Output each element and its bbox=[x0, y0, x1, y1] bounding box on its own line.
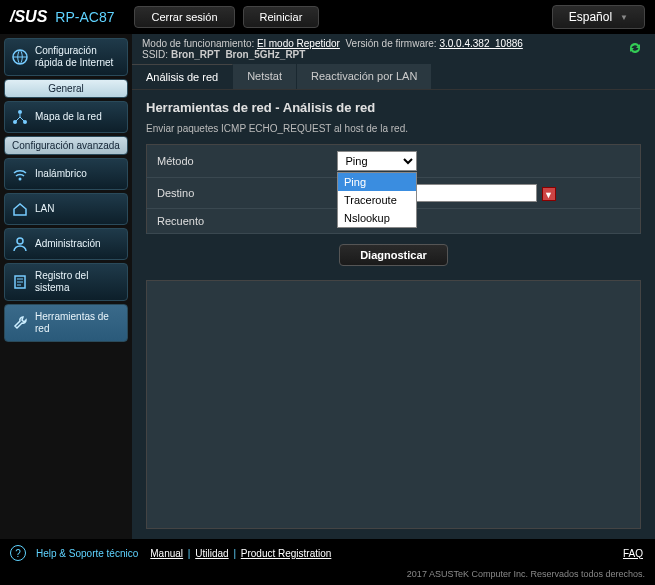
ssid-5: Bron_5GHz_RPT bbox=[225, 49, 305, 60]
method-option-traceroute[interactable]: Traceroute bbox=[338, 191, 416, 209]
brand-logo: /SUS bbox=[10, 8, 47, 26]
page-title: Herramientas de red - Análisis de red bbox=[146, 100, 641, 115]
ssid-24: Bron_RPT bbox=[171, 49, 220, 60]
tab-netstat[interactable]: Netstat bbox=[233, 64, 297, 89]
svg-point-4 bbox=[19, 178, 22, 181]
chevron-down-icon: ▼ bbox=[620, 13, 628, 22]
destination-label: Destino bbox=[147, 178, 327, 209]
method-option-ping[interactable]: Ping bbox=[338, 173, 416, 191]
model-name: RP-AC87 bbox=[55, 9, 114, 25]
method-label: Método bbox=[147, 145, 327, 178]
method-dropdown-list: Ping Traceroute Nslookup bbox=[337, 172, 417, 228]
registration-link[interactable]: Product Registration bbox=[241, 548, 332, 559]
info-bar: Modo de funcionamiento: El modo Repetido… bbox=[132, 34, 655, 64]
sidebar-item-lan[interactable]: LAN bbox=[4, 193, 128, 225]
help-label: Help & Soporte técnico bbox=[36, 548, 138, 559]
diagnose-button[interactable]: Diagnosticar bbox=[339, 244, 448, 266]
mode-link[interactable]: El modo Repetidor bbox=[257, 38, 340, 49]
sidebar-item-wireless[interactable]: Inalámbrico bbox=[4, 158, 128, 190]
result-textarea[interactable] bbox=[146, 280, 641, 529]
sidebar: Configuración rápida de Internet General… bbox=[0, 34, 132, 539]
sidebar-item-quick-setup[interactable]: Configuración rápida de Internet bbox=[4, 38, 128, 76]
logout-button[interactable]: Cerrar sesión bbox=[134, 6, 234, 28]
sidebar-item-label: Administración bbox=[35, 238, 121, 250]
destination-dropdown-icon[interactable]: ▼ bbox=[542, 187, 556, 201]
language-selector[interactable]: Español ▼ bbox=[552, 5, 645, 29]
tab-analysis[interactable]: Análisis de red bbox=[132, 64, 233, 89]
refresh-icon[interactable] bbox=[627, 40, 643, 56]
globe-icon bbox=[11, 48, 29, 66]
home-icon bbox=[11, 200, 29, 218]
utility-link[interactable]: Utilidad bbox=[195, 548, 228, 559]
sidebar-item-syslog[interactable]: Registro del sistema bbox=[4, 263, 128, 301]
wifi-icon bbox=[11, 165, 29, 183]
sidebar-item-label: Inalámbrico bbox=[35, 168, 121, 180]
page-description: Enviar paquetes ICMP ECHO_REQUEST al hos… bbox=[146, 123, 641, 134]
sidebar-item-label: Mapa de la red bbox=[35, 111, 121, 123]
copyright: 2017 ASUSTeK Computer Inc. Reservados to… bbox=[0, 567, 655, 585]
sidebar-item-label: Herramientas de red bbox=[35, 311, 121, 335]
network-icon bbox=[11, 108, 29, 126]
sidebar-item-nettools[interactable]: Herramientas de red bbox=[4, 304, 128, 342]
language-label: Español bbox=[569, 10, 612, 24]
count-label: Recuento bbox=[147, 209, 327, 234]
sidebar-item-admin[interactable]: Administración bbox=[4, 228, 128, 260]
sidebar-heading-advanced: Configuración avanzada bbox=[4, 136, 128, 155]
user-icon bbox=[11, 235, 29, 253]
footer: ? Help & Soporte técnico Manual | Utilid… bbox=[0, 539, 655, 567]
main-panel: Modo de funcionamiento: El modo Repetido… bbox=[132, 34, 655, 539]
wrench-icon bbox=[11, 314, 29, 332]
method-select[interactable]: Ping bbox=[337, 151, 417, 171]
sidebar-heading-general: General bbox=[4, 79, 128, 98]
tab-wol[interactable]: Reactivación por LAN bbox=[297, 64, 432, 89]
manual-link[interactable]: Manual bbox=[150, 548, 183, 559]
reboot-button[interactable]: Reiniciar bbox=[243, 6, 320, 28]
document-icon bbox=[11, 273, 29, 291]
header-bar: /SUS RP-AC87 Cerrar sesión Reiniciar Esp… bbox=[0, 0, 655, 34]
svg-point-1 bbox=[18, 110, 22, 114]
firmware-link[interactable]: 3.0.0.4.382_10886 bbox=[439, 38, 522, 49]
sidebar-item-network-map[interactable]: Mapa de la red bbox=[4, 101, 128, 133]
svg-point-5 bbox=[17, 238, 23, 244]
sidebar-item-label: Registro del sistema bbox=[35, 270, 121, 294]
sidebar-item-label: LAN bbox=[35, 203, 121, 215]
method-option-nslookup[interactable]: Nslookup bbox=[338, 209, 416, 227]
help-icon[interactable]: ? bbox=[10, 545, 26, 561]
faq-link[interactable]: FAQ bbox=[623, 548, 643, 559]
sidebar-item-label: Configuración rápida de Internet bbox=[35, 45, 121, 69]
tabs: Análisis de red Netstat Reactivación por… bbox=[132, 64, 655, 90]
